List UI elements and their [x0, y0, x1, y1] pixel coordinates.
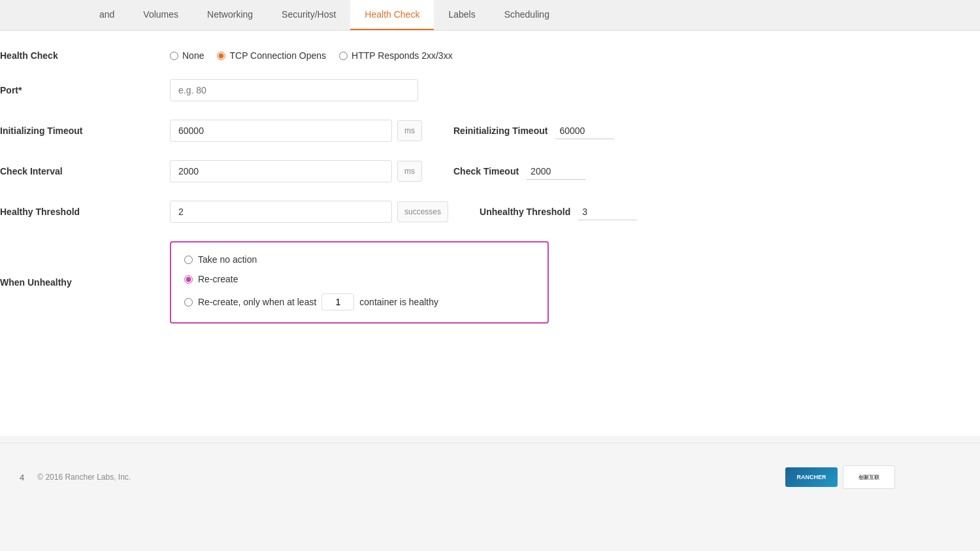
radio-none-input[interactable] — [170, 52, 178, 60]
healthy-threshold-row: Healthy Threshold successes Unhealthy Th… — [0, 201, 960, 223]
radio-tcp-label: TCP Connection Opens — [229, 50, 326, 61]
port-input[interactable] — [170, 79, 418, 101]
radio-none-label: None — [182, 50, 204, 61]
initializing-timeout-controls: ms Reinitializing Timeout — [170, 120, 960, 142]
radio-http[interactable]: HTTP Responds 2xx/3xx — [339, 50, 453, 61]
page-number: 4 — [20, 473, 24, 482]
radio-no-action[interactable]: Take no action — [184, 254, 534, 265]
radio-recreate-input[interactable] — [184, 275, 193, 284]
tab-networking[interactable]: Networking — [193, 0, 267, 30]
port-control — [170, 79, 960, 101]
radio-recreate-healthy-label: Re-create, only when at least — [198, 297, 316, 307]
check-interval-controls: ms Check Timeout — [170, 160, 960, 182]
when-unhealthy-controls: Take no action Re-create Re-create, only… — [170, 241, 960, 324]
check-interval-input[interactable] — [170, 160, 392, 182]
check-timeout-label: Check Timeout — [453, 166, 519, 176]
tab-security[interactable]: Security/Host — [267, 0, 350, 30]
healthy-threshold-input[interactable] — [170, 201, 392, 223]
radio-none[interactable]: None — [170, 50, 204, 61]
health-check-row: Health Check None TCP Connection Opens H… — [0, 50, 960, 61]
healthy-threshold-controls: successes Unhealthy Threshold — [170, 201, 960, 223]
copyright: © 2016 Rancher Labs, Inc. — [37, 473, 131, 482]
initializing-timeout-label: Initializing Timeout — [0, 125, 170, 136]
healthy-threshold-input-group: successes — [170, 201, 448, 223]
port-row: Port* — [0, 79, 960, 101]
reinitializing-timeout-label: Reinitializing Timeout — [453, 125, 547, 136]
health-check-radio-group: None TCP Connection Opens HTTP Responds … — [170, 50, 453, 61]
reinitializing-timeout-pair: Reinitializing Timeout — [453, 123, 614, 139]
radio-no-action-input[interactable] — [184, 256, 193, 264]
initializing-timeout-unit: ms — [397, 120, 422, 141]
radio-recreate-label: Re-create — [198, 274, 238, 284]
initializing-timeout-input[interactable] — [170, 120, 392, 142]
footer-divider — [0, 442, 980, 443]
tab-labels[interactable]: Labels — [434, 0, 489, 30]
radio-tcp-input[interactable] — [217, 52, 225, 60]
radio-http-label: HTTP Responds 2xx/3xx — [351, 50, 453, 61]
health-check-label: Health Check — [0, 50, 170, 61]
tabs-container: and Volumes Networking Security/Host Hea… — [0, 0, 980, 31]
check-timeout-pair: Check Timeout — [453, 163, 585, 180]
reinitializing-timeout-input[interactable] — [555, 123, 614, 139]
port-label: Port* — [0, 85, 170, 95]
unhealthy-threshold-label: Unhealthy Threshold — [480, 207, 570, 217]
radio-recreate-healthy-input[interactable] — [184, 298, 193, 307]
radio-http-input[interactable] — [339, 52, 348, 60]
initializing-timeout-row: Initializing Timeout ms Reinitializing T… — [0, 120, 960, 142]
radio-tcp[interactable]: TCP Connection Opens — [217, 50, 326, 61]
healthy-threshold-unit: successes — [397, 201, 448, 222]
check-interval-label: Check Interval — [0, 166, 170, 176]
when-unhealthy-row: When Unhealthy Take no action Re-create … — [0, 241, 960, 324]
container-healthy-label: container is healthy — [359, 297, 438, 307]
footer-logo: RANCHER 创新互联 — [785, 465, 895, 489]
tab-scheduling[interactable]: Scheduling — [490, 0, 564, 30]
chuang-brand-logo: 创新互联 — [843, 465, 895, 489]
healthy-threshold-label: Healthy Threshold — [0, 207, 170, 217]
radio-recreate[interactable]: Re-create — [184, 274, 534, 284]
tab-volumes[interactable]: Volumes — [129, 0, 193, 30]
page-wrapper: and Volumes Networking Security/Host Hea… — [0, 0, 980, 551]
footer-left: 4 © 2016 Rancher Labs, Inc. — [20, 473, 131, 482]
check-timeout-input[interactable] — [527, 163, 585, 180]
healthy-count-input[interactable] — [321, 293, 354, 310]
unhealthy-threshold-pair: Unhealthy Threshold — [480, 204, 637, 220]
footer: 4 © 2016 Rancher Labs, Inc. RANCHER 创新互联 — [0, 456, 980, 498]
rancher-brand-logo: RANCHER — [785, 467, 838, 487]
content-area: Health Check None TCP Connection Opens H… — [0, 31, 980, 436]
radio-recreate-healthy-row: Re-create, only when at least container … — [184, 293, 534, 310]
tab-command[interactable]: and — [85, 0, 129, 30]
when-unhealthy-box: Take no action Re-create Re-create, only… — [170, 241, 549, 324]
health-check-controls: None TCP Connection Opens HTTP Responds … — [170, 50, 960, 61]
unhealthy-threshold-input[interactable] — [578, 204, 637, 220]
when-unhealthy-label: When Unhealthy — [0, 277, 170, 288]
check-interval-row: Check Interval ms Check Timeout — [0, 160, 960, 182]
check-interval-unit: ms — [397, 161, 422, 182]
tab-healthcheck[interactable]: Health Check — [350, 0, 434, 30]
radio-no-action-label: Take no action — [198, 254, 257, 265]
